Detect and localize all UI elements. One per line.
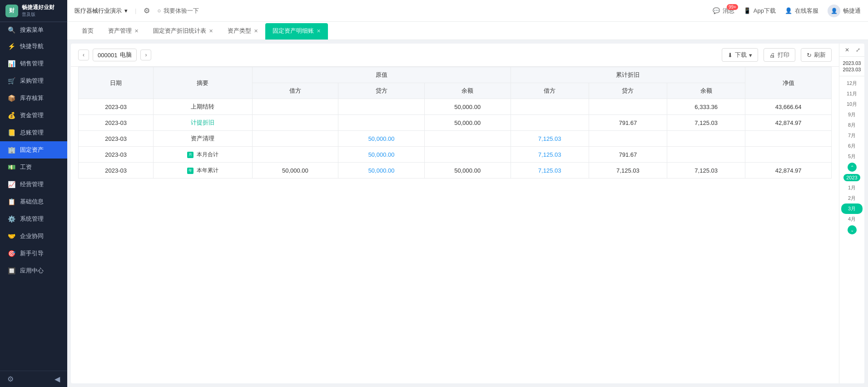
download-icon: 📱 bbox=[744, 7, 751, 14]
download-button[interactable]: ⬇ 下载 ▾ bbox=[722, 48, 758, 62]
sidebar-item-payroll[interactable]: 💵 工资 bbox=[0, 159, 67, 176]
print-button[interactable]: 🖨 打印 bbox=[764, 48, 795, 62]
timeline-month-item[interactable]: 6月 bbox=[839, 141, 864, 151]
app-download-button[interactable]: 📱 App下载 bbox=[744, 7, 776, 15]
funds-icon: 💰 bbox=[7, 111, 15, 119]
tab-asset-mgmt[interactable]: 资产管理✕ bbox=[101, 23, 146, 40]
col-accum-balance: 余额 bbox=[667, 83, 745, 99]
cell-date: 2023-03 bbox=[79, 131, 154, 147]
tab-asset-detail[interactable]: 固定资产明细账✕ bbox=[265, 23, 328, 40]
refresh-button[interactable]: ↻ 刷新 bbox=[801, 48, 832, 62]
sidebar-item-enterprise[interactable]: 🤝 企业协同 bbox=[0, 228, 67, 245]
app-download-label: App下载 bbox=[754, 7, 776, 15]
cell-orig-credit: 50,000.00 bbox=[338, 163, 425, 179]
tab-home[interactable]: 首页 bbox=[74, 23, 101, 40]
cell-accum-balance: 7,125.03 bbox=[667, 115, 745, 131]
service-icon: 👤 bbox=[785, 7, 792, 14]
tab-asset-type[interactable]: 资产类型✕ bbox=[220, 23, 265, 40]
cell-accum-debit: 7,125.03 bbox=[511, 147, 589, 163]
col-net-value: 净值 bbox=[745, 67, 832, 99]
cell-net-value bbox=[745, 147, 832, 163]
timeline-month-item[interactable]: 7月 bbox=[839, 130, 864, 141]
cell-net-value: 42,874.97 bbox=[745, 115, 832, 131]
tab-close-icon[interactable]: ✕ bbox=[134, 28, 139, 34]
username: 畅捷通 bbox=[843, 7, 861, 15]
table-row: 2023-03 资产清理 50,000.00 7,125.03 bbox=[79, 131, 832, 147]
settings-button[interactable]: ⚙ bbox=[144, 6, 150, 15]
cell-orig-credit: 50,000.00 bbox=[338, 131, 425, 147]
sidebar-item-quick-nav[interactable]: ⚡ 快捷导航 bbox=[0, 38, 67, 55]
tab-close-icon[interactable]: ✕ bbox=[317, 28, 321, 34]
collapse-sidebar-icon[interactable]: ◀ bbox=[55, 375, 60, 383]
sidebar-item-sales[interactable]: 📊 销售管理 bbox=[0, 55, 67, 72]
sidebar-item-system[interactable]: ⚙️ 系统管理 bbox=[0, 210, 67, 228]
timeline-scroll-up[interactable]: ⌃ bbox=[848, 163, 857, 172]
sidebar-item-label: 工资 bbox=[20, 163, 32, 171]
sidebar-item-label: 企业协同 bbox=[20, 232, 44, 240]
prev-arrow[interactable]: ‹ bbox=[78, 50, 89, 60]
cell-orig-debit bbox=[252, 99, 338, 115]
tab-close-icon[interactable]: ✕ bbox=[209, 28, 213, 34]
sidebar-nav: 🔍 搜索菜单 ⚡ 快捷导航 📊 销售管理 🛒 采购管理 📦 库存核算 💰 资金管… bbox=[0, 22, 67, 371]
tab-depreciation-stats[interactable]: 固定资产折旧统计表✕ bbox=[146, 23, 220, 40]
sidebar-item-guide[interactable]: 🎯 新手引导 bbox=[0, 245, 67, 262]
cell-orig-debit: 50,000.00 bbox=[252, 163, 338, 179]
timeline-month-item[interactable]: 10月 bbox=[839, 99, 864, 109]
col-orig-credit: 贷方 bbox=[338, 83, 425, 99]
timeline-month-item[interactable]: 1月 bbox=[839, 183, 864, 193]
sidebar-item-apps[interactable]: 🔲 应用中心 bbox=[0, 262, 67, 279]
timeline-month-item[interactable]: 3月 bbox=[841, 203, 863, 214]
logo-icon: 财 bbox=[5, 5, 18, 17]
next-arrow[interactable]: › bbox=[140, 50, 151, 60]
cell-orig-credit: 50,000.00 bbox=[338, 147, 425, 163]
timeline-month-item[interactable]: 8月 bbox=[839, 120, 864, 130]
topbar-divider: | bbox=[135, 7, 136, 14]
online-service-label: 在线客服 bbox=[795, 7, 818, 15]
fixed-assets-icon: 🏢 bbox=[7, 146, 15, 154]
cell-accum-balance: 6,333.36 bbox=[667, 99, 745, 115]
cell-accum-debit: 7,125.03 bbox=[511, 163, 589, 179]
asset-detail-table: 日期 摘要 原值 累计折旧 净值 借方 贷方 余额 借方 贷方 余额 bbox=[78, 67, 832, 179]
toolbar-left: ‹ 000001 电脑 › bbox=[78, 49, 151, 61]
timeline-scroll-down[interactable]: ⌄ bbox=[848, 225, 857, 234]
cell-summary: 月 本月合计 bbox=[154, 147, 252, 163]
sidebar-item-label: 资金管理 bbox=[20, 111, 44, 119]
experience-button[interactable]: ○ 我要体验一下 bbox=[157, 7, 199, 15]
col-summary: 摘要 bbox=[154, 67, 252, 99]
tab-close-icon[interactable]: ✕ bbox=[254, 28, 258, 34]
timeline-month-item[interactable]: 4月 bbox=[839, 214, 864, 224]
sidebar-item-search[interactable]: 🔍 搜索菜单 bbox=[0, 22, 67, 38]
messages-button[interactable]: 💬 消息 99+ bbox=[713, 7, 734, 15]
user-menu[interactable]: 👤 畅捷通 bbox=[828, 5, 861, 17]
timeline-month-item[interactable]: 5月 bbox=[839, 151, 864, 162]
cell-orig-balance: 50,000.00 bbox=[424, 115, 511, 131]
timeline-month-item[interactable]: 11月 bbox=[839, 89, 864, 99]
sidebar-item-inventory[interactable]: 📦 库存核算 bbox=[0, 89, 67, 107]
cell-summary: 资产清理 bbox=[154, 131, 252, 147]
online-service-button[interactable]: 👤 在线客服 bbox=[785, 7, 818, 15]
sidebar-item-purchase[interactable]: 🛒 采购管理 bbox=[0, 72, 67, 89]
timeline-scroll[interactable]: 12月11月10月9月8月7月6月5月⌃20231月2月3月4月⌄ bbox=[839, 76, 864, 383]
cell-orig-balance: 50,000.00 bbox=[424, 163, 511, 179]
settings-icon[interactable]: ⚙ bbox=[7, 375, 14, 383]
experience-label: 我要体验一下 bbox=[164, 7, 199, 15]
sidebar-item-basic-info[interactable]: 📋 基础信息 bbox=[0, 193, 67, 210]
ledger-icon: 📒 bbox=[7, 129, 15, 137]
sidebar-item-label: 固定资产 bbox=[20, 146, 44, 154]
sidebar-item-ledger[interactable]: 📒 总账管理 bbox=[0, 124, 67, 141]
timeline-month-item[interactable]: 12月 bbox=[839, 78, 864, 89]
asset-code-value: 000001 bbox=[98, 52, 117, 59]
sidebar-item-funds[interactable]: 💰 资金管理 bbox=[0, 107, 67, 124]
sidebar-item-label: 总账管理 bbox=[20, 129, 44, 137]
expand-panel-button[interactable]: ⤢ bbox=[853, 45, 863, 55]
close-panel-button[interactable]: ✕ bbox=[843, 45, 852, 55]
timeline-month-item[interactable]: 9月 bbox=[839, 109, 864, 120]
sidebar-item-operations[interactable]: 📈 经营管理 bbox=[0, 176, 67, 193]
sidebar-item-label: 经营管理 bbox=[20, 180, 44, 189]
logo-text-block: 畅捷通好业财 普及版 bbox=[22, 4, 55, 18]
main-area: 医疗器械行业演示 ▾ | ⚙ ○ 我要体验一下 💬 消息 99+ 📱 App下载… bbox=[67, 0, 868, 387]
timeline-month-item[interactable]: 2月 bbox=[839, 193, 864, 203]
project-selector[interactable]: 医疗器械行业演示 ▾ bbox=[74, 7, 128, 15]
cell-net-value bbox=[745, 131, 832, 147]
sidebar-item-fixed-assets[interactable]: 🏢 固定资产 bbox=[0, 141, 67, 159]
